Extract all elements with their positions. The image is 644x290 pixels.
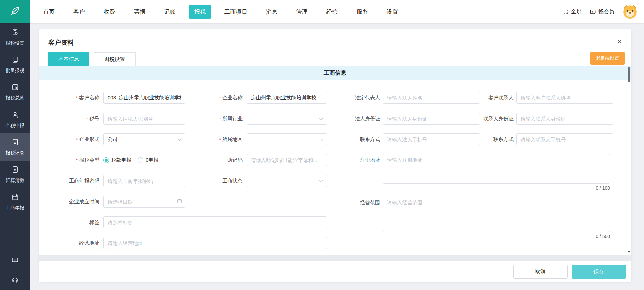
legal-id-input[interactable] bbox=[383, 113, 480, 125]
sidebar-item-tax-records[interactable]: 报税记录 bbox=[0, 133, 30, 161]
nav-item-settings[interactable]: 设置 bbox=[382, 5, 403, 19]
section-header-business-info: 工商信息 bbox=[39, 66, 631, 80]
chevron-down-icon bbox=[319, 137, 323, 141]
nav-item-messages[interactable]: 消息 bbox=[261, 5, 282, 19]
registered-address-textarea[interactable] bbox=[383, 154, 610, 184]
download-client-icon[interactable] bbox=[11, 257, 19, 266]
tax-no-input[interactable] bbox=[103, 113, 185, 125]
sidebar-item-personal-tax[interactable]: 个税申报 bbox=[0, 106, 30, 133]
contact-phone-input[interactable] bbox=[516, 133, 613, 145]
contact-person-input[interactable] bbox=[516, 92, 613, 104]
contact-id-label: 联系人身份证 bbox=[480, 116, 514, 122]
sidebar-item-label: 个税申报 bbox=[6, 123, 24, 129]
nav-item-services[interactable]: 服务 bbox=[352, 5, 373, 19]
batch-tax-icon bbox=[11, 56, 19, 65]
vertical-scrollbar[interactable] bbox=[628, 67, 630, 253]
radio-zero-declaration[interactable] bbox=[138, 157, 143, 163]
nav-item-operations[interactable]: 经营 bbox=[321, 5, 343, 19]
business-address-input[interactable] bbox=[103, 237, 327, 249]
personal-tax-icon bbox=[11, 111, 19, 120]
field-row: 法人身份证 联系人身份证 bbox=[343, 113, 631, 125]
sidebar-item-batch-tax[interactable]: 批量报税 bbox=[0, 51, 30, 78]
tab-finance-tax-settings[interactable]: 财税设置 bbox=[94, 52, 136, 66]
sidebar-item-label: 报税记录 bbox=[6, 150, 24, 156]
final-settlement-icon bbox=[11, 166, 19, 174]
close-icon[interactable]: × bbox=[617, 37, 622, 46]
contact-id-input[interactable] bbox=[516, 113, 613, 125]
field-row: 注册地址 0 / 100 bbox=[343, 154, 631, 191]
left-sidebar: 报税设置 批量报税 报税总览 个税申报 bbox=[0, 23, 30, 290]
sidebar-item-tax-overview[interactable]: 报税总览 bbox=[0, 78, 30, 106]
established-date-input[interactable] bbox=[103, 196, 185, 208]
sidebar-item-label: 报税总览 bbox=[6, 95, 24, 101]
industry-label: * 所属行业 bbox=[192, 116, 243, 122]
field-row: 联系方式 联系方式 bbox=[343, 133, 631, 145]
required-mark: * bbox=[86, 116, 88, 122]
customer-profile-panel: 客户资料 × 基本信息 财税设置 老板端设置 工商信息 * bbox=[39, 29, 631, 282]
footer-divider-strip bbox=[39, 255, 631, 261]
established-date-picker[interactable] bbox=[103, 196, 185, 208]
radio-zero-declaration-label[interactable]: 0申报 bbox=[146, 157, 158, 163]
business-address-label: 经营地址 bbox=[39, 240, 99, 246]
member-button[interactable]: 畅会员 bbox=[590, 8, 614, 15]
nav-item-business-projects[interactable]: 工商项目 bbox=[219, 5, 252, 19]
nav-item-billing[interactable]: 收费 bbox=[99, 5, 120, 19]
field-row: 标签 bbox=[39, 216, 333, 228]
annual-password-label: 工商年报密码 bbox=[39, 178, 99, 184]
save-button[interactable]: 保存 bbox=[572, 265, 626, 279]
nav-item-tax[interactable]: 报税 bbox=[189, 5, 211, 19]
form-right-half: 法定代表人 客户联系人 法人身份证 bbox=[333, 80, 631, 255]
company-form-label: * 企业形式 bbox=[39, 136, 99, 143]
company-name-input[interactable] bbox=[247, 92, 327, 104]
mnemonic-label: 助记码 bbox=[192, 157, 243, 163]
user-avatar[interactable] bbox=[623, 4, 637, 19]
legal-phone-input[interactable] bbox=[383, 133, 480, 145]
sidebar-item-tax-settings[interactable]: 报税设置 bbox=[0, 23, 30, 51]
region-select[interactable] bbox=[247, 133, 327, 145]
tab-basic-info[interactable]: 基本信息 bbox=[48, 52, 89, 66]
registered-address-counter: 0 / 100 bbox=[383, 185, 610, 191]
tax-type-radio-group: 税款申报 0申报 bbox=[103, 157, 185, 163]
tags-input[interactable] bbox=[103, 216, 327, 228]
chevron-down-icon bbox=[319, 116, 323, 120]
customer-name-input[interactable] bbox=[103, 92, 185, 104]
sidebar-item-final-settlement[interactable]: 汇算清缴 bbox=[0, 161, 30, 188]
field-row: 企业成立时间 bbox=[39, 196, 333, 208]
business-status-select[interactable] bbox=[247, 175, 327, 187]
nav-item-invoices[interactable]: 票据 bbox=[129, 5, 150, 19]
nav-item-management[interactable]: 管理 bbox=[291, 5, 313, 19]
required-mark: * bbox=[76, 137, 78, 142]
sidebar-item-annual-report[interactable]: 工商年报 bbox=[0, 188, 30, 216]
industry-select[interactable] bbox=[247, 113, 327, 125]
field-row: * 报税类型 税款申报 0申报 助记码 bbox=[39, 154, 333, 166]
radio-tax-declaration-label[interactable]: 税款申报 bbox=[111, 157, 131, 163]
annual-password-input[interactable] bbox=[103, 175, 185, 187]
required-mark: * bbox=[219, 95, 221, 101]
cancel-button[interactable]: 取消 bbox=[513, 265, 568, 279]
boss-settings-button[interactable]: 老板端设置 bbox=[590, 52, 625, 65]
fullscreen-button[interactable]: 全屏 bbox=[563, 8, 582, 15]
mnemonic-input[interactable] bbox=[247, 154, 327, 166]
business-scope-textarea[interactable] bbox=[383, 197, 610, 232]
field-row: 经营范围 0 / 500 bbox=[343, 197, 631, 239]
radio-tax-declaration[interactable] bbox=[103, 157, 109, 163]
form-area: * 客户名称 * 企业名称 * bbox=[39, 80, 631, 255]
nav-item-bookkeeping[interactable]: 记账 bbox=[159, 5, 180, 19]
nav-item-home[interactable]: 首页 bbox=[38, 5, 60, 19]
nav-item-customers[interactable]: 客户 bbox=[68, 5, 90, 19]
scrollbar-thumb[interactable] bbox=[628, 67, 630, 82]
legal-person-input[interactable] bbox=[383, 92, 480, 104]
form-left-half: * 客户名称 * 企业名称 * bbox=[39, 80, 333, 255]
app-logo bbox=[0, 0, 30, 23]
company-form-select[interactable]: 公司 bbox=[103, 133, 185, 145]
support-headset-icon[interactable] bbox=[11, 276, 19, 285]
tax-no-label: * 税号 bbox=[39, 116, 99, 122]
member-play-icon bbox=[590, 9, 596, 15]
scrollbar-down-arrow-icon[interactable] bbox=[628, 249, 630, 253]
nav-right-utilities: 全屏 畅会员 bbox=[563, 4, 637, 19]
tax-records-icon bbox=[11, 138, 19, 147]
legal-phone-label: 联系方式 bbox=[343, 136, 380, 143]
logo-leaf-icon bbox=[9, 5, 21, 19]
chevron-down-icon bbox=[177, 137, 182, 141]
business-scope-label: 经营范围 bbox=[343, 197, 380, 209]
